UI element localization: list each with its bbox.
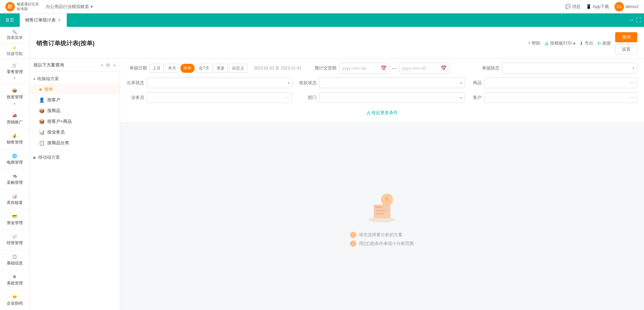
tab-home[interactable]: 首页 bbox=[0, 13, 20, 27]
tab-bar: 首页 销售订单统计表 ✕ ─ ⛶ bbox=[0, 13, 644, 27]
expected-delivery-from[interactable]: yyyy-mm-dd 📅 bbox=[339, 63, 389, 73]
svg-text:?: ? bbox=[385, 197, 388, 203]
download-icon: 📱 bbox=[586, 4, 591, 9]
salesperson-input[interactable]: ··· bbox=[147, 92, 292, 103]
page-header: 销售订单统计表(按单) ? 帮助 🖨 按模板打印 ▾ ⬇ 导出 ↻ 刷新 bbox=[30, 27, 644, 59]
help-icon: ? bbox=[528, 41, 530, 46]
scheme-item-by-customer-product[interactable]: 📦 按客户+商品 bbox=[30, 116, 120, 127]
sidebar-item-basic[interactable]: 📋 基础信息 bbox=[0, 250, 29, 270]
ecommerce-icon: 🌐 bbox=[12, 154, 17, 158]
scheme-add-icon[interactable]: + bbox=[101, 62, 103, 68]
svg-rect-4 bbox=[375, 213, 384, 215]
product-input[interactable]: ··· bbox=[484, 78, 637, 88]
sidebar-item-operations[interactable]: 📈 经营管理 bbox=[0, 230, 29, 250]
customer-more-icon[interactable]: ··· bbox=[630, 95, 634, 101]
collapse-button[interactable]: ⋀ 收起更多条件 bbox=[367, 107, 398, 118]
scheme-item-by-category[interactable]: 📋 按商品分类 bbox=[30, 138, 120, 148]
message-button[interactable]: 💬 消息 bbox=[565, 4, 581, 10]
tab-sales-order-stats[interactable]: 销售订单统计表 ✕ bbox=[20, 13, 67, 27]
customer-scheme-icon: 👤 bbox=[39, 97, 45, 103]
payment-dropdown-icon: ▾ bbox=[460, 81, 462, 85]
chevron-up-icon: ▴ bbox=[14, 101, 15, 105]
refresh-button[interactable]: ↻ 刷新 bbox=[597, 40, 611, 46]
app-selector[interactable]: 办公用品行业模拟账套 ▾ bbox=[46, 4, 93, 10]
print-dropdown-icon: ▾ bbox=[573, 41, 576, 46]
page-actions: ? 帮助 🖨 按模板打印 ▾ ⬇ 导出 ↻ 刷新 查询 bbox=[528, 32, 637, 54]
delivery-status-select[interactable]: ▾ bbox=[147, 78, 292, 88]
tab-close-icon[interactable]: ✕ bbox=[58, 18, 61, 22]
app-download-button[interactable]: 📱 App下载 bbox=[586, 4, 609, 10]
sidebar-item-system[interactable]: ⚙ 系统管理 bbox=[0, 270, 29, 291]
scheme-settings-icon[interactable]: ⚙ bbox=[106, 62, 110, 68]
sidebar: 🔍 搜索菜单 ⚡ 快捷导航 🛒 零售管理 ▾ 📦 批发管理 ▴ 📣 营销推广 💰… bbox=[0, 27, 30, 310]
this-year-btn[interactable]: 本年 bbox=[180, 64, 195, 73]
scheme-panel: 按以下方案查询 + ⚙ « ▾ 电脑端方案 ● 按单 bbox=[30, 59, 120, 310]
operations-icon: 📈 bbox=[12, 234, 17, 239]
product-more-icon[interactable]: ··· bbox=[630, 80, 634, 86]
scheme-panel-header: 按以下方案查询 + ⚙ « bbox=[30, 59, 120, 72]
scheme-item-by-customer[interactable]: 👤 按客户 bbox=[30, 95, 120, 105]
tab-bar-actions: ─ ⛶ bbox=[630, 17, 644, 23]
scheme-panel-actions: + ⚙ « bbox=[101, 62, 116, 68]
purchase-icon: 🛍 bbox=[13, 174, 17, 178]
more-btn[interactable]: 更多 bbox=[214, 64, 228, 73]
export-button[interactable]: ⬇ 导出 bbox=[580, 40, 593, 46]
maximize-icon[interactable]: ⛶ bbox=[636, 17, 641, 23]
empty-state: ? 1 请先选择要分析的方案 2 用[过滤]条件来缩小分析范围 bbox=[120, 123, 644, 310]
expected-delivery-to[interactable]: yyyy-mm-dd 📅 bbox=[399, 63, 449, 73]
minimize-icon[interactable]: ─ bbox=[630, 17, 633, 23]
sidebar-quick-nav[interactable]: ⚡ 快捷导航 bbox=[0, 44, 29, 59]
sidebar-item-enterprise[interactable]: 🤝 企业协同 bbox=[0, 291, 29, 310]
custom-btn[interactable]: 自定义 bbox=[229, 64, 247, 73]
salesperson-scheme-icon: 📊 bbox=[39, 130, 45, 135]
sidebar-item-ecommerce[interactable]: 🌐 电商管理 bbox=[0, 150, 29, 170]
filter-row-1: 单据日期 上月 本月 本年 近7天 更多 自定义 2023-01-01 至 20… bbox=[127, 63, 637, 73]
department-select[interactable]: ▾ bbox=[319, 92, 465, 103]
sidebar-search[interactable]: 🔍 搜索菜单 bbox=[0, 27, 29, 44]
wholesale-icon: 📦 bbox=[12, 88, 17, 93]
sidebar-item-sales[interactable]: 💰 销售管理 bbox=[0, 130, 29, 150]
salesperson-group: 业务员 ··· bbox=[127, 92, 292, 103]
user-menu[interactable]: Ea demo2 bbox=[614, 2, 639, 11]
action-buttons: 查询 设置 bbox=[615, 32, 637, 54]
scheme-section-mobile-header[interactable]: ▶ 移动端方案 bbox=[30, 152, 120, 162]
sidebar-item-retail[interactable]: 🛒 零售管理 ▾ bbox=[0, 59, 29, 84]
content-area: 销售订单统计表(按单) ? 帮助 🖨 按模板打印 ▾ ⬇ 导出 ↻ 刷新 bbox=[30, 27, 644, 310]
order-status-select[interactable]: ▾ bbox=[502, 63, 637, 73]
filter-area: 单据日期 上月 本月 本年 近7天 更多 自定义 2023-01-01 至 20… bbox=[120, 59, 644, 123]
product-scheme-icon: 📦 bbox=[39, 108, 45, 113]
retail-icon: 🛒 bbox=[12, 63, 17, 68]
category-scheme-icon: 📋 bbox=[39, 140, 45, 146]
tip-num-1: 1 bbox=[350, 232, 356, 238]
scheme-item-by-salesperson[interactable]: 📊 按业务员 bbox=[30, 127, 120, 138]
empty-tip-2: 2 用[过滤]条件来缩小分析范围 bbox=[350, 241, 414, 247]
scheme-item-by-product[interactable]: 📦 按商品 bbox=[30, 105, 120, 116]
search-icon: 🔍 bbox=[12, 30, 17, 34]
sidebar-item-inventory[interactable]: 📊 库存核算 bbox=[0, 190, 29, 210]
customer-input[interactable]: ··· bbox=[484, 92, 637, 103]
last-7-days-btn[interactable]: 近7天 bbox=[196, 64, 212, 73]
right-content: 单据日期 上月 本月 本年 近7天 更多 自定义 2023-01-01 至 20… bbox=[120, 59, 644, 310]
sidebar-item-purchase[interactable]: 🛍 采购管理 bbox=[0, 170, 29, 190]
order-status-dropdown-icon: ▾ bbox=[633, 66, 634, 70]
delivery-status-group: 出库状态 ▾ bbox=[127, 78, 292, 88]
department-dropdown-icon: ▾ bbox=[460, 96, 462, 100]
scheme-item-by-order[interactable]: ● 按单 bbox=[30, 84, 120, 95]
this-month-btn[interactable]: 本月 bbox=[165, 64, 179, 73]
top-bar-right: 💬 消息 📱 App下载 Ea demo2 bbox=[565, 2, 639, 11]
sidebar-item-marketing[interactable]: 📣 营销推广 bbox=[0, 109, 29, 130]
scheme-collapse-icon[interactable]: « bbox=[113, 62, 116, 68]
print-button[interactable]: 🖨 按模板打印 ▾ bbox=[544, 40, 576, 46]
salesperson-more-icon[interactable]: ··· bbox=[285, 95, 289, 101]
sidebar-item-finance[interactable]: 💳 资金管理 bbox=[0, 210, 29, 230]
payment-status-select[interactable]: ▾ bbox=[319, 78, 465, 88]
date-buttons: 上月 本月 本年 近7天 更多 自定义 bbox=[150, 64, 247, 73]
sidebar-item-wholesale[interactable]: 📦 批发管理 ▴ bbox=[0, 84, 29, 109]
scheme-section-pc-header[interactable]: ▾ 电脑端方案 bbox=[30, 74, 120, 84]
top-bar-left: 好 畅捷通好生意 标准版 办公用品行业模拟账套 ▾ bbox=[5, 2, 93, 11]
setting-button[interactable]: 设置 bbox=[615, 44, 637, 54]
query-button[interactable]: 查询 bbox=[615, 32, 637, 42]
last-month-btn[interactable]: 上月 bbox=[150, 64, 164, 73]
help-button[interactable]: ? 帮助 bbox=[528, 40, 540, 46]
sales-icon: 💰 bbox=[12, 134, 17, 138]
